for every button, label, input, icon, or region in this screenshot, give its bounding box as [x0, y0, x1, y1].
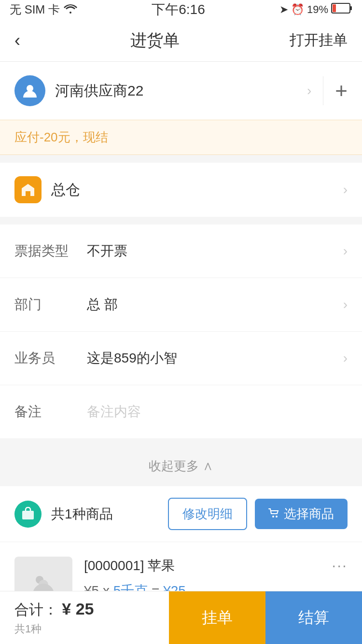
chevron-right-icon: › — [343, 182, 348, 197]
products-header: 共1种商品 修改明细 选择商品 — [0, 486, 362, 542]
total-count: 共1种 — [14, 622, 154, 636]
remark-row[interactable]: 备注 备注内容 — [0, 385, 362, 438]
supplier-row[interactable]: 河南供应商22 › + — [0, 62, 362, 120]
chevron-right-icon: › — [343, 350, 348, 366]
sales-value: 这是859的小智 — [77, 349, 343, 367]
battery-label: 19% — [307, 3, 328, 16]
warehouse-row[interactable]: 总仓 › — [0, 163, 362, 217]
bottom-total: 合计： ¥ 25 共1种 — [0, 591, 169, 644]
svg-rect-5 — [22, 511, 34, 519]
supplier-alert: 应付-20元，现结 — [0, 120, 362, 155]
status-bar: 无 SIM 卡 下午6:16 ➤ ⏰ 19% — [0, 0, 362, 19]
chevron-right-icon: › — [307, 83, 311, 98]
svg-point-3 — [27, 85, 33, 92]
svg-rect-2 — [333, 4, 336, 12]
warehouse-name: 总仓 — [51, 180, 343, 200]
checkout-button[interactable]: 结算 — [265, 591, 362, 644]
total-amount-row: 合计： ¥ 25 — [14, 600, 154, 620]
collapse-row[interactable]: 收起更多 ∧ — [0, 446, 362, 486]
page-title: 进货单 — [130, 29, 180, 52]
supplier-avatar — [14, 75, 45, 106]
hold-button[interactable]: 挂单 — [169, 591, 265, 644]
dept-label: 部门 — [14, 295, 77, 314]
products-count: 共1种商品 — [51, 505, 168, 523]
sales-row[interactable]: 业务员 这是859的小智 › — [0, 332, 362, 385]
select-product-button[interactable]: 选择商品 — [255, 499, 348, 529]
back-button[interactable]: ‹ — [14, 30, 20, 51]
carrier-label: 无 SIM 卡 — [10, 2, 60, 17]
chevron-right-icon: › — [343, 297, 348, 312]
bottom-bar: 合计： ¥ 25 共1种 挂单 结算 — [0, 591, 362, 644]
product-name: [0000001] 苹果 — [84, 557, 320, 575]
invoice-row[interactable]: 票据类型 不开票 › — [0, 224, 362, 278]
wifi-icon — [64, 3, 77, 16]
status-bar-right: ➤ ⏰ 19% — [279, 3, 352, 16]
total-amount: ¥ 25 — [62, 600, 94, 618]
product-code: [0000001] — [84, 558, 144, 573]
cart-icon — [268, 506, 280, 521]
nav-bar: ‹ 进货单 打开挂单 — [0, 19, 362, 62]
status-bar-left: 无 SIM 卡 — [10, 2, 77, 17]
total-label: 合计： — [14, 602, 58, 617]
dept-row[interactable]: 部门 总 部 › — [0, 278, 362, 332]
supplier-name: 河南供应商22 — [55, 81, 307, 101]
warehouse-icon — [14, 176, 42, 203]
svg-point-7 — [276, 516, 278, 518]
remark-label: 备注 — [14, 403, 77, 421]
battery-icon — [331, 3, 352, 16]
open-hold-button[interactable]: 打开挂单 — [290, 30, 348, 50]
chevron-right-icon: › — [343, 243, 348, 259]
status-bar-time: 下午6:16 — [152, 0, 205, 19]
svg-rect-1 — [350, 6, 352, 10]
dept-value: 总 部 — [77, 295, 343, 314]
supplier-section: 河南供应商22 › + 应付-20元，现结 — [0, 62, 362, 155]
select-product-label: 选择商品 — [284, 505, 334, 522]
invoice-label: 票据类型 — [14, 242, 77, 260]
invoice-value: 不开票 — [77, 242, 343, 260]
edit-detail-button[interactable]: 修改明细 — [168, 498, 247, 530]
products-icon — [14, 501, 42, 528]
product-more-button[interactable]: ··· — [332, 557, 348, 574]
svg-point-6 — [272, 516, 274, 518]
add-supplier-button[interactable]: + — [335, 80, 348, 101]
remark-placeholder: 备注内容 — [77, 403, 348, 421]
warehouse-section: 总仓 › — [0, 163, 362, 217]
svg-rect-4 — [26, 191, 30, 196]
alarm-icon: ⏰ — [291, 3, 304, 16]
vertical-divider — [323, 76, 323, 105]
sales-label: 业务员 — [14, 349, 77, 367]
location-icon: ➤ — [279, 3, 288, 16]
collapse-label: 收起更多 ∧ — [149, 458, 213, 475]
form-section: 票据类型 不开票 › 部门 总 部 › 业务员 这是859的小智 › 备注 备注… — [0, 224, 362, 438]
